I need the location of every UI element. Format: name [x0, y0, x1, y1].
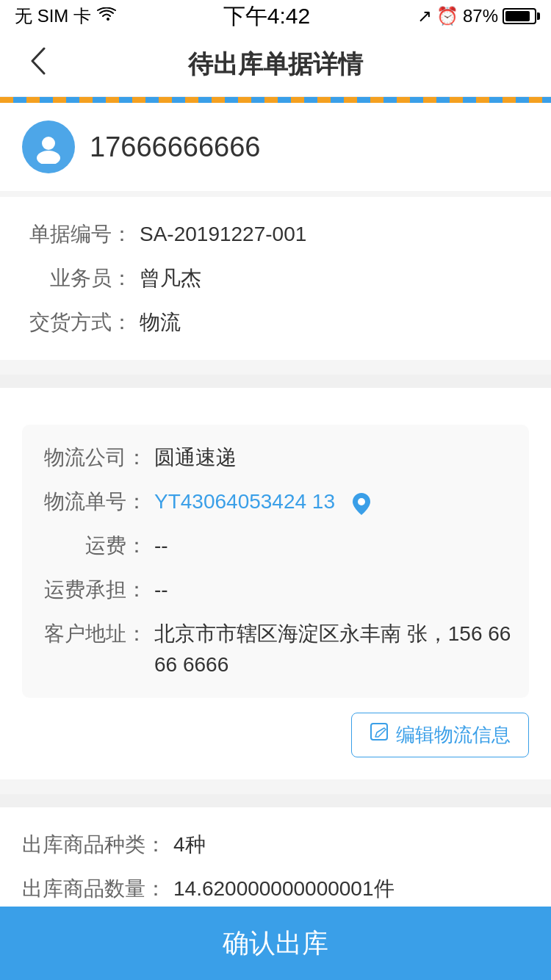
delivery-method-label: 交货方式： — [22, 307, 140, 338]
section-separator-1 — [0, 375, 551, 388]
svg-point-2 — [358, 498, 365, 505]
basic-info-section: 单据编号： SA-20191227-001 业务员： 曾凡杰 交货方式： 物流 — [0, 197, 551, 360]
location-status-icon: ↗ — [417, 6, 432, 26]
status-left: 无 SIM 卡 — [15, 4, 116, 28]
freight-bearer-label: 运费承担： — [37, 574, 154, 605]
confirm-btn-label: 确认出库 — [223, 926, 328, 962]
svg-point-1 — [37, 151, 60, 164]
decorative-dashed-border — [0, 97, 551, 103]
freight-bearer-value: -- — [154, 574, 514, 605]
sales-person-row: 业务员： 曾凡杰 — [22, 263, 529, 294]
logistics-section: 物流公司： 圆通速递 物流单号： YT43064053424 13 运费： --… — [0, 388, 551, 779]
quantity-label: 出库商品数量： — [22, 873, 173, 904]
delivery-method-value: 物流 — [140, 307, 529, 338]
logistics-card: 物流公司： 圆通速递 物流单号： YT43064053424 13 运费： --… — [22, 425, 529, 698]
address-row: 客户地址： 北京市市辖区海淀区永丰南 张，156 6666 6666 — [37, 619, 514, 680]
carrier-label: 无 SIM 卡 — [15, 4, 91, 28]
logistics-company-label: 物流公司： — [37, 442, 154, 473]
svg-point-0 — [42, 137, 55, 150]
confirm-button-bar[interactable]: 确认出库 — [0, 907, 551, 980]
category-value: 4种 — [173, 829, 529, 860]
logistics-tracking-value: YT43064053424 13 — [154, 486, 514, 517]
delivery-method-row: 交货方式： 物流 — [22, 307, 529, 338]
edit-logistics-button[interactable]: 编辑物流信息 — [351, 713, 529, 757]
order-number-label: 单据编号： — [22, 219, 140, 250]
battery-percent: 87% — [463, 6, 498, 26]
category-label: 出库商品种类： — [22, 829, 173, 860]
status-right: ↗ ⏰ 87% — [417, 6, 536, 26]
sales-person-value: 曾凡杰 — [140, 263, 529, 294]
logistics-company-value: 圆通速递 — [154, 442, 514, 473]
back-button[interactable] — [22, 40, 53, 89]
edit-logistics-label: 编辑物流信息 — [396, 722, 511, 748]
freight-value: -- — [154, 530, 514, 561]
user-header: 17666666666 — [0, 103, 551, 197]
status-time: 下午4:42 — [223, 1, 310, 32]
order-number-row: 单据编号： SA-20191227-001 — [22, 219, 529, 250]
category-row: 出库商品种类： 4种 — [22, 829, 529, 860]
map-location-icon[interactable] — [348, 490, 375, 516]
user-phone: 17666666666 — [90, 131, 260, 163]
logistics-company-row: 物流公司： 圆通速递 — [37, 442, 514, 473]
freight-row: 运费： -- — [37, 530, 514, 561]
avatar — [22, 120, 75, 173]
address-label: 客户地址： — [37, 619, 154, 649]
alarm-icon: ⏰ — [436, 6, 458, 26]
address-value: 北京市市辖区海淀区永丰南 张，156 6666 6666 — [154, 619, 514, 680]
quantity-value: 14.620000000000001件 — [173, 873, 529, 904]
edit-icon — [370, 722, 390, 748]
logistics-tracking-row: 物流单号： YT43064053424 13 — [37, 486, 514, 517]
wifi-icon — [97, 6, 116, 26]
sales-person-label: 业务员： — [22, 263, 140, 294]
freight-label: 运费： — [37, 530, 154, 561]
edit-logistics-btn-row: 编辑物流信息 — [22, 713, 529, 757]
quantity-row: 出库商品数量： 14.620000000000001件 — [22, 873, 529, 904]
nav-bar: 待出库单据详情 — [0, 32, 551, 97]
freight-bearer-row: 运费承担： -- — [37, 574, 514, 605]
section-separator-2 — [0, 794, 551, 807]
battery-icon — [503, 8, 536, 24]
page-title: 待出库单据详情 — [188, 48, 363, 82]
order-number-value: SA-20191227-001 — [140, 219, 529, 250]
status-bar: 无 SIM 卡 下午4:42 ↗ ⏰ 87% — [0, 0, 551, 32]
logistics-tracking-label: 物流单号： — [37, 486, 154, 517]
